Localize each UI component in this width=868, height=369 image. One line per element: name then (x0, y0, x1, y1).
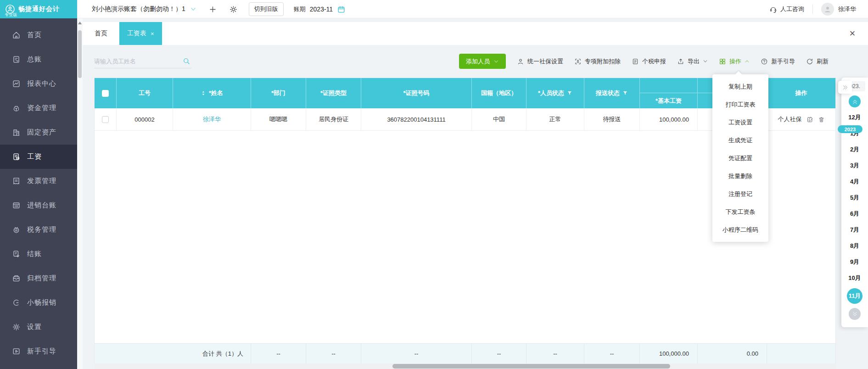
invoice-icon (12, 177, 21, 185)
gear-icon[interactable] (229, 5, 238, 14)
menu-item-copy-last-period[interactable]: 复制上期 (712, 78, 768, 95)
header-name[interactable]: *姓名 (173, 78, 251, 108)
employee-name-link[interactable]: 徐泽华 (203, 115, 221, 123)
header-operation: 操作 (767, 78, 835, 108)
sidebar-item-trade-ledger[interactable]: 进销台账 (0, 193, 77, 218)
horizontal-scrollbar[interactable] (94, 363, 836, 369)
sidebar-item-beginner-guide[interactable]: 新手引导 (0, 339, 77, 363)
sidebar-item-closing[interactable]: 结账 (0, 242, 77, 266)
tab-close-icon[interactable]: × (151, 30, 154, 37)
search-icon[interactable] (182, 57, 190, 65)
month-item-apr[interactable]: 4月 (847, 176, 862, 188)
operate-menu-button[interactable]: 操作 (719, 57, 750, 66)
header-status[interactable]: *人员状态 (526, 78, 584, 108)
sidebar-item-funds[interactable]: 资金管理 (0, 96, 77, 120)
beginner-guide-button[interactable]: 新手引导 (761, 57, 795, 66)
close-workspace-button[interactable]: × (843, 23, 862, 44)
edit-icon[interactable] (806, 116, 813, 123)
tax-icon (12, 225, 21, 234)
month-item-jun[interactable]: 6月 (847, 208, 862, 220)
question-circle-icon (761, 58, 768, 65)
menu-item-miniapp-qrcode[interactable]: 小程序二维码 (712, 221, 768, 239)
menu-item-salary-settings[interactable]: 工资设置 (712, 113, 768, 131)
header-base-salary[interactable]: *基本工资 (640, 78, 698, 108)
month-item-sep[interactable]: 9月 (847, 256, 862, 268)
cell-nationality: 中国 (472, 108, 526, 130)
sidebar-item-tax[interactable]: 税务管理 (0, 218, 77, 242)
header-dept[interactable]: *部门 (251, 78, 306, 108)
footer-other-total: 0.00 (698, 344, 767, 363)
menu-item-print-salary-sheet[interactable]: 打印工资表 (712, 95, 768, 113)
header-emp-no[interactable]: 工号 (117, 78, 173, 108)
month-item-nov-active[interactable]: 11月 (847, 288, 862, 304)
filter-icon[interactable] (622, 90, 628, 96)
export-button[interactable]: 导出 (677, 57, 708, 66)
sidebar-item-home[interactable]: 首页 (0, 23, 77, 47)
add-account-icon[interactable] (208, 5, 217, 14)
sort-icon[interactable] (201, 90, 206, 96)
sidebar-item-salary[interactable]: 工资 (0, 145, 77, 169)
sidebar-item-report-center[interactable]: 报表中心 (0, 72, 77, 96)
person-gear-icon (517, 58, 524, 65)
accounting-period: 账期 2023-11 (294, 5, 346, 14)
collapse-panel-button[interactable] (838, 81, 852, 94)
scroll-up-arrow-icon[interactable] (78, 22, 82, 24)
select-all-checkbox[interactable] (102, 90, 109, 97)
cell-id-type: 居民身份证 (306, 108, 361, 130)
months-page-up-button[interactable] (849, 95, 861, 107)
menu-item-voucher-config[interactable]: 凭证配置 (712, 149, 768, 167)
special-deduction-button[interactable]: 专项附加扣除 (574, 57, 621, 66)
month-item-oct[interactable]: 10月 (847, 272, 862, 284)
period-value[interactable]: 2023-11 (310, 6, 333, 13)
header-report-status[interactable]: 报送状态 (584, 78, 640, 108)
refresh-button[interactable]: 刷新 (806, 57, 829, 66)
tab-salary-sheet[interactable]: 工资表 × (119, 22, 162, 45)
chevron-up-icon (745, 59, 750, 64)
months-page-down-button[interactable] (849, 308, 861, 320)
avatar[interactable] (821, 3, 834, 16)
hscrollbar-thumb[interactable] (392, 364, 670, 369)
account-name: 刘小艳演示账套（勿删勿动！）1 (92, 5, 185, 13)
tab-home[interactable]: 首页 (83, 22, 119, 45)
reimburse-icon (12, 298, 21, 307)
ledger-icon (12, 55, 21, 64)
header-id-no[interactable]: *证照号码 (361, 78, 472, 108)
document-icon (632, 58, 639, 65)
month-item-mar[interactable]: 3月 (847, 160, 862, 172)
tax-filing-button[interactable]: 个税申报 (632, 57, 666, 66)
support-button[interactable]: 人工咨询 (769, 5, 804, 13)
menu-item-generate-voucher[interactable]: 生成凭证 (712, 131, 768, 149)
filter-icon[interactable] (567, 90, 572, 96)
sidebar-item-general-ledger[interactable]: 总账 (0, 47, 77, 72)
month-item-jul[interactable]: 7月 (847, 224, 862, 236)
month-item-feb[interactable]: 2月 (847, 144, 862, 156)
double-chevron-down-icon (851, 311, 858, 318)
sidebar-item-settings[interactable]: 设置 (0, 315, 77, 339)
search-input[interactable] (94, 58, 177, 65)
calendar-icon[interactable] (337, 5, 346, 14)
sidebar-item-archive[interactable]: 归档管理 (0, 266, 77, 291)
row-checkbox[interactable] (102, 116, 109, 123)
header-nationality[interactable]: 国籍（地区） (472, 78, 526, 108)
sidebar-scrollbar[interactable] (77, 18, 83, 369)
sidebar-item-reimburse[interactable]: 小畅报销 (0, 291, 77, 315)
month-item-dec[interactable]: 12月 (847, 112, 862, 123)
grid-icon (719, 58, 726, 65)
menu-item-batch-delete[interactable]: 批量删除 (712, 167, 768, 185)
header-id-type[interactable]: *证照类型 (306, 78, 361, 108)
menu-item-send-payslip[interactable]: 下发工资条 (712, 203, 768, 221)
month-item-may[interactable]: 5月 (847, 192, 862, 204)
month-item-aug[interactable]: 8月 (847, 240, 862, 252)
account-selector[interactable]: 刘小艳演示账套（勿删勿动！）1 (92, 5, 196, 13)
personal-social-security-link[interactable]: 个人社保 (778, 115, 802, 123)
switch-old-version-button[interactable]: 切到旧版 (249, 2, 284, 16)
scrollbar-thumb[interactable] (78, 30, 82, 78)
sidebar-item-fixed-assets[interactable]: 固定资产 (0, 120, 77, 145)
add-employee-button[interactable]: 添加人员 (459, 54, 506, 69)
menu-item-register[interactable]: 注册登记 (712, 185, 768, 203)
username[interactable]: 徐泽华 (838, 5, 856, 13)
sidebar-item-invoices[interactable]: 发票管理 (0, 169, 77, 193)
social-security-settings-button[interactable]: 统一社保设置 (517, 57, 563, 66)
trash-icon[interactable] (818, 116, 825, 123)
footer-base-salary-total: 100,000.00 (640, 344, 698, 363)
